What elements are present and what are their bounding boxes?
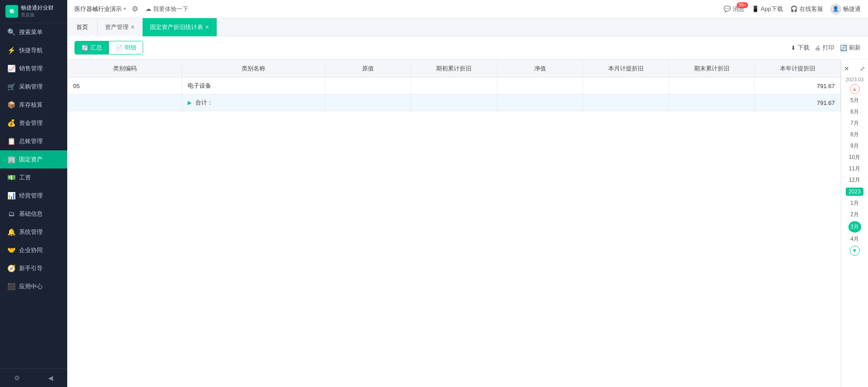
- username: 畅捷通: [843, 5, 861, 13]
- cloud-icon: ☁: [145, 5, 151, 12]
- month-9[interactable]: 9月: [841, 140, 868, 152]
- sidebar-item-basic-info[interactable]: 🗂 基础信息: [0, 205, 67, 223]
- month-10[interactable]: 10月: [841, 152, 868, 163]
- sidebar-item-ledger[interactable]: 📋 总账管理: [0, 132, 67, 150]
- month-7[interactable]: 7月: [841, 118, 868, 129]
- col-header-category-code: 类别编码: [68, 60, 182, 78]
- sidebar-item-label: 经营管理: [19, 192, 43, 200]
- tab-home-label: 首页: [76, 23, 88, 31]
- sidebar-item-label: 销售管理: [19, 64, 43, 73]
- sidebar-item-label: 新手引导: [19, 264, 43, 273]
- summary-label: 汇总: [90, 44, 102, 52]
- panel-header: ✕ ⤢: [841, 63, 868, 74]
- sidebar-item-guide[interactable]: 🧭 新手引导: [0, 259, 67, 278]
- sidebar-logo: 畅 畅捷通好业财 普及版: [0, 0, 67, 23]
- sidebar-item-funds[interactable]: 💰 资金管理: [0, 114, 67, 132]
- topbar-settings-icon[interactable]: ⚙: [132, 5, 138, 13]
- lightning-icon: ⚡: [7, 46, 15, 55]
- date-picker-panel: ✕ ⤢ 2023.03 ▲ 5月 6月 7月 8月 9月 10月 11月 12月…: [841, 60, 868, 387]
- sidebar-item-label: 系统管理: [19, 228, 43, 236]
- detail-label: 明细: [124, 44, 136, 52]
- sidebar-item-label: 应用中心: [19, 283, 43, 291]
- online-service-button[interactable]: 🎧 在线客服: [790, 5, 823, 13]
- sidebar-item-search[interactable]: 🔍 搜索菜单: [0, 23, 67, 41]
- total-expand-icon[interactable]: ▶: [188, 99, 192, 106]
- month-5[interactable]: 5月: [841, 95, 868, 106]
- tab-asset-management-label: 资产管理: [105, 23, 129, 31]
- app-download-label: App下载: [761, 5, 783, 13]
- sidebar-item-label: 固定资产: [19, 155, 43, 164]
- detail-tab-button[interactable]: 📄 明细: [109, 41, 143, 54]
- tab-depreciation-label: 固定资产折旧统计表: [150, 23, 203, 31]
- date-header: 2023.03: [841, 76, 868, 83]
- summary-icon: 🔄: [81, 45, 89, 51]
- download-label: 下载: [798, 44, 809, 52]
- bell-icon: 🔔: [7, 228, 15, 236]
- sidebar-item-system[interactable]: 🔔 系统管理: [0, 223, 67, 241]
- sidebar-item-payroll[interactable]: 💵 工资: [0, 169, 67, 187]
- sidebar-item-enterprise[interactable]: 🤝 企业协同: [0, 241, 67, 259]
- panel-close-icon[interactable]: ✕: [844, 65, 849, 72]
- user-profile[interactable]: 👤 畅捷通: [830, 4, 861, 15]
- tab-home[interactable]: 首页: [67, 18, 98, 36]
- sidebar-item-inventory[interactable]: 📦 库存核算: [0, 96, 67, 114]
- download-icon: ⬇: [791, 45, 796, 51]
- cell-category-name: 电子设备: [182, 78, 325, 94]
- cell-period-accum-depr: [411, 78, 497, 94]
- sidebar-item-fixed-assets[interactable]: 🏢 固定资产: [0, 150, 67, 169]
- month-11[interactable]: 11月: [841, 163, 868, 174]
- month-4[interactable]: 4月: [841, 233, 868, 245]
- sidebar-nav: 🔍 搜索菜单 ⚡ 快捷导航 📈 销售管理 🛒 采购管理 📦 库存核算 💰 资金管…: [0, 23, 67, 368]
- year-badge[interactable]: 2023: [846, 188, 863, 196]
- logo-subtitle: 普及版: [21, 12, 54, 18]
- sidebar-item-label: 总账管理: [19, 137, 43, 145]
- tab-close-icon[interactable]: ✕: [130, 24, 135, 30]
- print-label: 打印: [823, 44, 834, 52]
- sidebar-item-app-center[interactable]: ⬛ 应用中心: [0, 278, 67, 296]
- total-period-accum-depr: [411, 94, 497, 111]
- experience-button[interactable]: ☁ 我要体验一下: [145, 5, 188, 13]
- company-selector[interactable]: 医疗器械行业演示 ▾: [74, 5, 126, 13]
- col-header-category-name: 类别名称: [182, 60, 325, 78]
- total-label: ▶ 合计：: [182, 94, 325, 111]
- month-6[interactable]: 6月: [841, 106, 868, 118]
- month-3-active[interactable]: 3月: [848, 221, 861, 233]
- scroll-up-button[interactable]: ▲: [850, 84, 860, 94]
- download-button[interactable]: ⬇ 下载: [791, 44, 809, 52]
- sidebar-item-sales[interactable]: 📈 销售管理: [0, 60, 67, 78]
- logo-text: 畅捷通好业财 普及版: [21, 5, 54, 18]
- sidebar-item-quick-nav[interactable]: ⚡ 快捷导航: [0, 41, 67, 60]
- settings-button[interactable]: ⚙: [10, 372, 24, 383]
- panel-expand-icon[interactable]: ⤢: [860, 65, 865, 72]
- sidebar-item-label: 基础信息: [19, 210, 43, 218]
- avatar: 👤: [830, 4, 841, 15]
- collapse-button[interactable]: ◀: [45, 372, 57, 383]
- print-button[interactable]: 🖨 打印: [815, 44, 834, 52]
- summary-tab-button[interactable]: 🔄 汇总: [75, 41, 109, 54]
- operations-icon: 📊: [7, 192, 15, 200]
- month-12[interactable]: 12月: [841, 174, 868, 186]
- col-header-monthly-depr: 本月计提折旧: [583, 60, 669, 78]
- scroll-down-button[interactable]: ▼: [850, 246, 860, 256]
- month-2[interactable]: 2月: [841, 209, 868, 220]
- topbar-right: 💬 消息 99+ 📱 App下载 🎧 在线客服 👤 畅捷通: [724, 4, 861, 15]
- topbar: 医疗器械行业演示 ▾ ⚙ ☁ 我要体验一下 💬 消息 99+ 📱 App下载 🎧…: [67, 0, 868, 18]
- phone-icon: 📱: [752, 5, 759, 12]
- tab-depreciation-table[interactable]: 固定资产折旧统计表 ✕: [143, 18, 217, 36]
- building-icon: 🏢: [7, 155, 15, 164]
- company-name: 医疗器械行业演示: [74, 5, 122, 13]
- messages-button[interactable]: 💬 消息 99+: [724, 5, 744, 13]
- month-8[interactable]: 8月: [841, 129, 868, 140]
- refresh-button[interactable]: 🔄 刷新: [840, 44, 861, 52]
- content-area: 类别编码 类别名称 原值 期初累计折旧 净值 本月计提折旧 期末累计折旧 本年计…: [67, 60, 868, 387]
- app-icon: ⬛: [7, 283, 15, 291]
- sidebar-item-label: 快捷导航: [19, 46, 43, 55]
- sidebar-item-operations[interactable]: 📊 经营管理: [0, 187, 67, 205]
- month-1[interactable]: 1月: [841, 198, 868, 209]
- tab-asset-management[interactable]: 资产管理 ✕: [98, 18, 143, 36]
- app-download-button[interactable]: 📱 App下载: [752, 5, 783, 13]
- sidebar-item-purchase[interactable]: 🛒 采购管理: [0, 78, 67, 96]
- chart-icon: 📈: [7, 64, 15, 73]
- tab-close-active-icon[interactable]: ✕: [205, 24, 209, 30]
- payroll-icon: 💵: [7, 174, 15, 182]
